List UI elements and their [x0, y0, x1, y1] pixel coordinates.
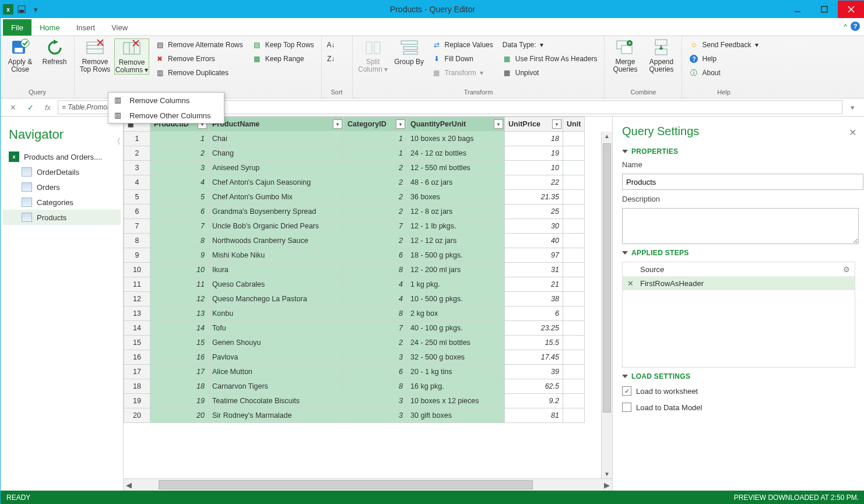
table-row[interactable]: 1717Alice Mutton620 - 1 kg tins39 — [124, 365, 585, 379]
cell-productname[interactable]: Grandma's Boysenberry Spread — [209, 205, 344, 219]
cell-productid[interactable]: 1 — [150, 132, 209, 146]
cell-quantityperunit[interactable]: 40 - 100 g pkgs. — [407, 321, 505, 336]
cell-productid[interactable]: 19 — [150, 394, 209, 408]
formula-cancel-icon[interactable]: ✕ — [5, 101, 20, 114]
cell-unit[interactable] — [563, 379, 585, 394]
cell-categoryid[interactable]: 7 — [344, 219, 407, 234]
cell-productid[interactable]: 12 — [150, 292, 209, 306]
column-header-categoryid[interactable]: CategoryID▾ — [344, 117, 407, 132]
cell-unitprice[interactable]: 97 — [505, 248, 563, 263]
cell-quantityperunit[interactable]: 24 - 250 ml bottles — [407, 336, 505, 350]
transform-button[interactable]: ▦Transform ▾ — [429, 66, 497, 79]
cell-productid[interactable]: 14 — [150, 321, 209, 336]
scroll-up-icon[interactable]: ▲ — [602, 133, 612, 139]
delete-step-icon[interactable]: ✕ — [627, 279, 635, 288]
row-header[interactable]: 4 — [124, 175, 150, 190]
row-header[interactable]: 10 — [124, 263, 150, 277]
cell-quantityperunit[interactable]: 30 gift boxes — [407, 408, 505, 423]
help-button[interactable]: ?Help — [686, 52, 761, 65]
cell-productid[interactable]: 10 — [150, 263, 209, 277]
remove-columns-button[interactable]: Remove Columns ▾ — [114, 38, 149, 75]
row-header[interactable]: 7 — [124, 219, 150, 234]
cell-productname[interactable]: Chef Anton's Gumbo Mix — [209, 190, 344, 205]
nav-item-orders[interactable]: Orders — [3, 179, 121, 195]
merge-queries-button[interactable]: Merge Queries — [608, 38, 642, 73]
filter-icon[interactable]: ▾ — [333, 119, 342, 129]
row-header[interactable]: 15 — [124, 336, 150, 350]
cell-unit[interactable] — [563, 190, 585, 205]
cell-unitprice[interactable]: 62.5 — [505, 379, 563, 394]
cell-unitprice[interactable]: 39 — [505, 365, 563, 379]
split-column-button[interactable]: Split Column ▾ — [356, 38, 390, 73]
data-grid[interactable]: ▦ProductID▾ProductName▾CategoryID▾Quanti… — [124, 117, 585, 423]
cell-productname[interactable]: Aniseed Syrup — [209, 161, 344, 175]
cell-categoryid[interactable]: 2 — [344, 234, 407, 248]
cell-unit[interactable] — [563, 394, 585, 408]
cell-productid[interactable]: 6 — [150, 205, 209, 219]
step-firstrowasheader[interactable]: ✕ FirstRowAsHeader — [623, 276, 855, 290]
formula-fx-icon[interactable]: fx — [40, 101, 55, 114]
keep-range-button[interactable]: ▦Keep Range — [249, 52, 318, 65]
cell-unitprice[interactable]: 40 — [505, 234, 563, 248]
cell-categoryid[interactable]: 7 — [344, 321, 407, 336]
remove-duplicates-button[interactable]: ▥Remove Duplicates — [152, 66, 247, 79]
cell-unitprice[interactable]: 15.5 — [505, 336, 563, 350]
cell-unit[interactable] — [563, 175, 585, 190]
cell-quantityperunit[interactable]: 1 kg pkg. — [407, 277, 505, 292]
tab-view[interactable]: View — [103, 19, 136, 36]
cell-unitprice[interactable]: 18 — [505, 132, 563, 146]
cell-productname[interactable]: Carnarvon Tigers — [209, 379, 344, 394]
unpivot-button[interactable]: ▦Unpivot — [499, 66, 601, 79]
cell-quantityperunit[interactable]: 12 - 1 lb pkgs. — [407, 219, 505, 234]
cell-productid[interactable]: 9 — [150, 248, 209, 263]
cell-productid[interactable]: 15 — [150, 336, 209, 350]
table-row[interactable]: 2020Sir Rodney's Marmalade330 gift boxes… — [124, 408, 585, 423]
file-tab[interactable]: File — [3, 19, 31, 36]
table-row[interactable]: 33Aniseed Syrup212 - 550 ml bottles10 — [124, 161, 585, 175]
cell-productname[interactable]: Genen Shouyu — [209, 336, 344, 350]
cell-productname[interactable]: Chang — [209, 146, 344, 161]
cell-productname[interactable]: Queso Manchego La Pastora — [209, 292, 344, 306]
cell-quantityperunit[interactable]: 24 - 12 oz bottles — [407, 146, 505, 161]
send-feedback-button[interactable]: ☺Send Feedback ▾ — [686, 38, 761, 51]
row-header[interactable]: 1 — [124, 132, 150, 146]
cell-unitprice[interactable]: 9.2 — [505, 394, 563, 408]
table-row[interactable]: 1919Teatime Chocolate Biscuits310 boxes … — [124, 394, 585, 408]
cell-unit[interactable] — [563, 336, 585, 350]
sort-desc-button[interactable]: Z↓ — [325, 52, 337, 65]
cell-productname[interactable]: Pavlova — [209, 350, 344, 365]
cell-productname[interactable]: Ikura — [209, 263, 344, 277]
applied-steps-section[interactable]: APPLIED STEPS — [622, 249, 855, 257]
cell-unit[interactable] — [563, 350, 585, 365]
row-header[interactable]: 9 — [124, 248, 150, 263]
cell-unit[interactable] — [563, 234, 585, 248]
cell-categoryid[interactable]: 6 — [344, 248, 407, 263]
cell-quantityperunit[interactable]: 10 boxes x 20 bags — [407, 132, 505, 146]
minimize-button[interactable] — [784, 1, 811, 18]
row-header[interactable]: 20 — [124, 408, 150, 423]
cell-categoryid[interactable]: 3 — [344, 394, 407, 408]
cell-unitprice[interactable]: 6 — [505, 306, 563, 321]
load-settings-section[interactable]: LOAD SETTINGS — [622, 372, 855, 380]
table-row[interactable]: 1010Ikura812 - 200 ml jars31 — [124, 263, 585, 277]
cell-productid[interactable]: 4 — [150, 175, 209, 190]
row-header[interactable]: 17 — [124, 365, 150, 379]
menu-remove-columns[interactable]: ▥ Remove Columns — [108, 93, 224, 108]
table-row[interactable]: 88Northwoods Cranberry Sauce212 - 12 oz … — [124, 234, 585, 248]
cell-productname[interactable]: Mishi Kobe Niku — [209, 248, 344, 263]
cell-productname[interactable]: Chai — [209, 132, 344, 146]
cell-unitprice[interactable]: 23.25 — [505, 321, 563, 336]
cell-unit[interactable] — [563, 132, 585, 146]
data-type-button[interactable]: Data Type: ▾ — [499, 38, 601, 51]
cell-unitprice[interactable]: 22 — [505, 175, 563, 190]
table-row[interactable]: 44Chef Anton's Cajun Seasoning248 - 6 oz… — [124, 175, 585, 190]
table-row[interactable]: 1515Genen Shouyu224 - 250 ml bottles15.5 — [124, 336, 585, 350]
navigator-collapse-icon[interactable]: 〈 — [113, 136, 121, 147]
cell-productid[interactable]: 18 — [150, 379, 209, 394]
nav-item-products[interactable]: Products — [3, 210, 121, 225]
cell-categoryid[interactable]: 2 — [344, 175, 407, 190]
cell-categoryid[interactable]: 8 — [344, 263, 407, 277]
cell-unitprice[interactable]: 38 — [505, 292, 563, 306]
cell-productname[interactable]: Northwoods Cranberry Sauce — [209, 234, 344, 248]
row-header[interactable]: 5 — [124, 190, 150, 205]
